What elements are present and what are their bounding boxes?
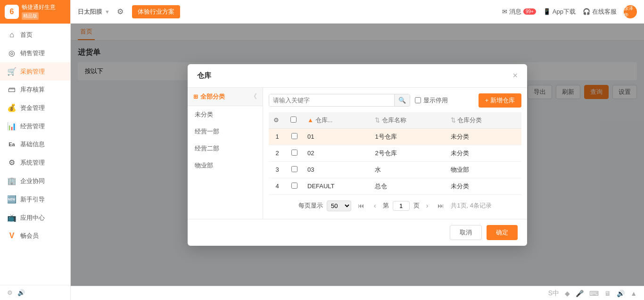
- new-warehouse-btn[interactable]: + 新增仓库: [479, 93, 521, 108]
- message-icon: ✉: [502, 8, 507, 15]
- table-panel: 🔍 显示停用 + 新增仓库: [263, 88, 527, 219]
- trial-btn[interactable]: 体验行业方案: [132, 5, 180, 18]
- gear-icon: ⚙: [273, 117, 279, 124]
- status-sound-icon[interactable]: 🔊: [617, 290, 625, 297]
- sales-icon: ◎: [7, 49, 17, 58]
- category-item-dept2[interactable]: 经营二部: [188, 140, 263, 157]
- sidebar-collapse-btn[interactable]: ⚙: [7, 289, 13, 296]
- row-checkbox[interactable]: [286, 145, 303, 161]
- category-header: ⊞ 全部分类 《: [188, 88, 263, 106]
- modal-body: ⊞ 全部分类 《 未分类 经营一部 经营二部 物业部: [188, 88, 527, 219]
- sidebar-item-inventory[interactable]: 🗃 库存核算: [0, 81, 70, 99]
- app-download-btn[interactable]: 📱 App下载: [543, 8, 576, 16]
- sidebar-item-label: 首页: [20, 31, 33, 39]
- row-checkbox[interactable]: [286, 178, 303, 194]
- app-download-label: App下载: [553, 8, 576, 16]
- status-mic-icon[interactable]: 🎤: [576, 290, 584, 297]
- sidebar-item-label: 畅会员: [20, 232, 39, 240]
- select-all-checkbox[interactable]: [290, 117, 297, 123]
- first-page-btn[interactable]: ⏮: [355, 201, 367, 210]
- warehouse-table: ⚙ ▲ 仓库...: [269, 112, 521, 195]
- modal-cancel-btn[interactable]: 取消: [450, 225, 482, 240]
- th-code: ▲ 仓库...: [303, 112, 370, 129]
- phone-icon: 📱: [543, 8, 551, 15]
- th-settings: ⚙: [269, 112, 286, 129]
- table-row[interactable]: 1 01 1号仓库 未分类: [269, 128, 521, 145]
- modal-close-btn[interactable]: ×: [512, 71, 518, 81]
- table-body: 1 01 1号仓库 未分类 2 02 2: [269, 128, 521, 194]
- table-toolbar: 🔍 显示停用 + 新增仓库: [269, 93, 521, 108]
- sidebar-item-label: 销售管理: [20, 49, 45, 58]
- member-icon: V: [7, 232, 17, 240]
- status-s-icon[interactable]: S中: [548, 289, 559, 298]
- store-selector[interactable]: 日太阳膜 ▼: [78, 8, 110, 16]
- sidebar-item-label: 经营管理: [20, 122, 45, 131]
- sidebar-bottom: ⚙ 🔊: [0, 285, 70, 300]
- logo-text-main: 畅捷通好生意: [22, 4, 56, 11]
- row-checkbox[interactable]: [286, 128, 303, 145]
- category-item-property[interactable]: 物业部: [188, 157, 263, 174]
- category-list: 未分类 经营一部 经营二部 物业部: [188, 106, 263, 219]
- next-page-btn[interactable]: ›: [423, 201, 431, 210]
- sidebar-item-label: 基础信息: [20, 140, 45, 149]
- search-input[interactable]: [269, 94, 394, 106]
- sidebar-item-operations[interactable]: 📊 经营管理: [0, 117, 70, 135]
- sidebar-item-label: 新手引导: [20, 195, 45, 204]
- msg-badge: 99+: [523, 8, 536, 15]
- sidebar-item-member[interactable]: V 畅会员: [0, 227, 70, 245]
- pagination-row: 每页显示 50 20 100 ⏮ ‹ 第 页 ›: [269, 195, 521, 213]
- sidebar-item-appcenter[interactable]: 📺 应用中心: [0, 208, 70, 227]
- table-row[interactable]: 2 02 2号仓库 未分类: [269, 145, 521, 161]
- status-keyboard-icon[interactable]: ⌨: [589, 290, 599, 297]
- table-head: ⚙ ▲ 仓库...: [269, 112, 521, 129]
- header-gear-icon[interactable]: ⚙: [117, 7, 124, 16]
- search-icon[interactable]: 🔍: [394, 94, 410, 106]
- show-disabled-checkbox[interactable]: [415, 97, 421, 103]
- main-area: 日太阳膜 ▼ ⚙ 体验行业方案 ✉ 消息 99+ 📱 App下载 🎧 在线客服 …: [71, 0, 644, 300]
- sidebar-item-label: 采购管理: [20, 67, 45, 76]
- modal-confirm-btn[interactable]: 确定: [487, 225, 518, 240]
- msg-label: 消息: [509, 8, 521, 16]
- table-row[interactable]: 3 03 水 物业部: [269, 161, 521, 178]
- row-num: 3: [269, 161, 286, 178]
- sidebar-item-purchase[interactable]: 🛒 采购管理: [0, 62, 70, 81]
- prev-page-btn[interactable]: ‹: [371, 201, 379, 210]
- status-monitor-icon[interactable]: 🖥: [604, 290, 611, 297]
- page-label: 第: [383, 201, 389, 210]
- category-item-dept1[interactable]: 经营一部: [188, 123, 263, 140]
- page-input[interactable]: [393, 201, 410, 211]
- system-icon: ⚙: [7, 158, 17, 167]
- grid-icon: ⊞: [193, 93, 198, 100]
- row-checkbox[interactable]: [286, 161, 303, 178]
- sidebar-item-system[interactable]: ⚙ 系统管理: [0, 153, 70, 172]
- purchase-icon: 🛒: [7, 67, 17, 76]
- sidebar-item-label: 系统管理: [20, 158, 45, 167]
- store-dropdown-icon: ▼: [105, 9, 110, 15]
- row-name: 2号仓库: [370, 145, 446, 161]
- sidebar-volume-icon[interactable]: 🔊: [17, 289, 25, 296]
- per-page-select[interactable]: 50 20 100: [327, 200, 351, 211]
- category-item-uncategorized[interactable]: 未分类: [188, 106, 263, 123]
- per-page-label: 每页显示: [298, 201, 323, 210]
- row-code: 01: [303, 128, 370, 145]
- operations-icon: 📊: [7, 122, 17, 131]
- sidebar-item-guide[interactable]: 🆕 新手引导: [0, 190, 70, 208]
- sidebar-item-enterprise[interactable]: 🏢 企业协同: [0, 172, 70, 190]
- row-category: 未分类: [446, 145, 521, 161]
- sidebar-item-home[interactable]: ⌂ 首页: [0, 26, 70, 44]
- category-collapse-btn[interactable]: 《: [250, 92, 257, 101]
- sidebar-item-sales[interactable]: ◎ 销售管理: [0, 44, 70, 62]
- row-code: 02: [303, 145, 370, 161]
- logo-badge: 精品版: [22, 12, 39, 20]
- show-disabled-label[interactable]: 显示停用: [415, 96, 448, 105]
- user-info[interactable]: 徐泽华: [624, 5, 637, 18]
- row-category: 未分类: [446, 178, 521, 194]
- messages-btn[interactable]: ✉ 消息 99+: [502, 8, 536, 16]
- last-page-btn[interactable]: ⏭: [435, 201, 447, 210]
- sidebar-item-finance[interactable]: 💰 资金管理: [0, 99, 70, 117]
- sidebar-item-basic[interactable]: Ea 基础信息: [0, 135, 70, 153]
- header-actions: ✉ 消息 99+ 📱 App下载 🎧 在线客服 徐泽华: [502, 5, 637, 18]
- guide-icon: 🆕: [7, 195, 17, 204]
- online-service-btn[interactable]: 🎧 在线客服: [583, 8, 617, 16]
- table-row[interactable]: 4 DEFAULT 总仓 未分类: [269, 178, 521, 194]
